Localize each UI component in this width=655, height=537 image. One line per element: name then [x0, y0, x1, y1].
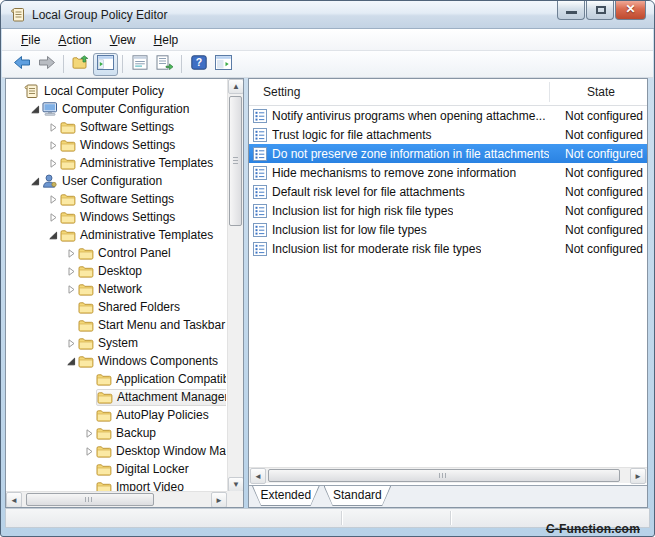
expander-collapsed-icon[interactable] — [47, 141, 60, 150]
tree-vscroll-thumb[interactable] — [229, 96, 242, 226]
titlebar[interactable]: Local Group Policy Editor ✕ — [1, 1, 654, 29]
list-row-hide-mechanisms-to-remove-zone-informati[interactable]: Hide mechanisms to remove zone informati… — [249, 163, 647, 182]
tree-item-software-settings[interactable]: Software Settings — [7, 190, 226, 208]
expander-expanded-icon[interactable] — [47, 231, 60, 240]
expander-expanded-icon[interactable] — [65, 357, 78, 366]
expander-collapsed-icon[interactable] — [65, 339, 78, 348]
show-console-tree-button[interactable] — [93, 53, 118, 76]
expander-collapsed-icon[interactable] — [47, 195, 60, 204]
tree-item-label: Administrative Templates — [79, 156, 213, 170]
maximize-icon — [596, 6, 606, 14]
thumb-grip — [233, 157, 238, 165]
close-button[interactable]: ✕ — [615, 1, 646, 20]
expander-collapsed-icon[interactable] — [65, 249, 78, 258]
tree-item-label: Shared Folders — [97, 300, 180, 314]
scroll-up-icon[interactable]: ▲ — [228, 79, 244, 94]
tree-item-windows-settings[interactable]: Windows Settings — [7, 136, 226, 154]
tree-item-attachment-manager[interactable]: Attachment Manager — [7, 388, 226, 406]
minimize-button[interactable] — [557, 1, 585, 20]
tree-item-backup[interactable]: Backup — [7, 424, 226, 442]
tree-item-desktop[interactable]: Desktop — [7, 262, 226, 280]
list-hscroll-thumb[interactable] — [268, 469, 620, 482]
tree-item-shared-folders[interactable]: Shared Folders — [7, 298, 226, 316]
action-pane-button[interactable] — [211, 53, 236, 76]
expander-expanded-icon[interactable] — [29, 105, 42, 114]
tree-item-local-computer-policy[interactable]: Local Computer Policy — [7, 82, 226, 100]
scroll-right-icon[interactable]: ► — [630, 468, 646, 484]
help-button[interactable]: ? — [186, 53, 211, 76]
list-row-notify-antivirus-programs-when-opening-a[interactable]: Notify antivirus programs when opening a… — [249, 106, 647, 125]
tree-item-network[interactable]: Network — [7, 280, 226, 298]
expander-collapsed-icon[interactable] — [65, 267, 78, 276]
export-list-icon — [156, 55, 174, 74]
folder-icon — [78, 301, 97, 314]
properties-button[interactable] — [127, 53, 152, 76]
back-button[interactable] — [9, 53, 34, 76]
tree-item-system[interactable]: System — [7, 334, 226, 352]
column-header-setting[interactable]: Setting — [263, 79, 300, 105]
menu-help[interactable]: Help — [145, 30, 188, 50]
tab-standard[interactable]: Standard — [324, 486, 392, 506]
expander-collapsed-icon[interactable] — [47, 213, 60, 222]
expander-collapsed-icon[interactable] — [65, 285, 78, 294]
view-tabs-strip: ExtendedStandard — [249, 485, 647, 507]
tree-item-windows-components[interactable]: Windows Components — [7, 352, 226, 370]
tree-item-import-video[interactable]: Import Video — [7, 478, 226, 491]
tree-item-label: User Configuration — [61, 174, 162, 188]
tree-item-administrative-templates[interactable]: Administrative Templates — [7, 154, 226, 172]
scroll-right-icon[interactable]: ► — [211, 492, 227, 508]
up-one-level-button[interactable] — [68, 53, 93, 76]
policy-icon — [253, 204, 272, 218]
tree-item-digital-locker[interactable]: Digital Locker — [7, 460, 226, 478]
tree-item-application-compatib[interactable]: Application Compatib — [7, 370, 226, 388]
column-header-state[interactable]: State — [555, 79, 647, 105]
expander-expanded-icon[interactable] — [29, 177, 42, 186]
expander-collapsed-icon[interactable] — [83, 447, 96, 456]
expander-collapsed-icon[interactable] — [47, 123, 60, 132]
list-row-default-risk-level-for-file-attachments[interactable]: Default risk level for file attachmentsN… — [249, 182, 647, 201]
menu-view[interactable]: View — [101, 30, 145, 50]
tree-item-software-settings[interactable]: Software Settings — [7, 118, 226, 136]
list-row-inclusion-list-for-moderate-risk-file-ty[interactable]: Inclusion list for moderate risk file ty… — [249, 239, 647, 258]
list-row-inclusion-list-for-high-risk-file-types[interactable]: Inclusion list for high risk file typesN… — [249, 201, 647, 220]
scroll-left-icon[interactable]: ◄ — [6, 492, 22, 508]
maximize-button[interactable] — [586, 1, 614, 20]
list-row-inclusion-list-for-low-file-types[interactable]: Inclusion list for low file typesNot con… — [249, 220, 647, 239]
tree-item-user-configuration[interactable]: User Configuration — [7, 172, 226, 190]
tree-item-autoplay-policies[interactable]: AutoPlay Policies — [7, 406, 226, 424]
scroll-left-icon[interactable]: ◄ — [250, 468, 266, 484]
tree-vertical-scrollbar[interactable]: ▲ ▼ — [227, 79, 243, 492]
expander-collapsed-icon[interactable] — [47, 159, 60, 168]
tree-item-label: Desktop Window Mar — [115, 444, 226, 458]
list-row-trust-logic-for-file-attachments[interactable]: Trust logic for file attachmentsNot conf… — [249, 125, 647, 144]
tree-item-administrative-templates[interactable]: Administrative Templates — [7, 226, 226, 244]
forward-button[interactable] — [34, 53, 59, 76]
folder-icon — [60, 229, 79, 242]
column-divider[interactable] — [549, 82, 550, 102]
tree-item-start-menu-and-taskbar[interactable]: Start Menu and Taskbar — [7, 316, 226, 334]
folder-icon — [96, 463, 115, 476]
list-row-do-not-preserve-zone-information-in-file[interactable]: Do not preserve zone information in file… — [249, 144, 647, 163]
folder-icon — [96, 445, 115, 458]
tree-horizontal-scrollbar[interactable]: ◄ ► — [6, 491, 227, 507]
tree-item-desktop-window-mar[interactable]: Desktop Window Mar — [7, 442, 226, 460]
folder-icon — [60, 157, 79, 170]
list-horizontal-scrollbar[interactable]: ◄ ► — [249, 467, 647, 483]
local-group-policy-editor-window: Local Group Policy Editor ✕ FileActionVi… — [0, 0, 655, 537]
scroll-down-icon[interactable]: ▼ — [228, 477, 244, 492]
menu-action[interactable]: Action — [49, 30, 100, 50]
tab-extended[interactable]: Extended — [252, 486, 320, 506]
tree-item-windows-settings[interactable]: Windows Settings — [7, 208, 226, 226]
watermark-text: C-Function.com — [546, 522, 640, 536]
expander-collapsed-icon[interactable] — [83, 429, 96, 438]
folder-icon — [96, 373, 115, 386]
tree-hscroll-thumb[interactable] — [26, 493, 154, 506]
setting-state: Not configured — [565, 128, 643, 142]
tree-item-control-panel[interactable]: Control Panel — [7, 244, 226, 262]
tree-item-computer-configuration[interactable]: Computer Configuration — [7, 100, 226, 118]
tree-item-label: Administrative Templates — [79, 228, 213, 242]
tree-item-label: Desktop — [97, 264, 142, 278]
setting-name: Hide mechanisms to remove zone informati… — [272, 166, 516, 180]
export-list-button[interactable] — [152, 53, 177, 76]
menu-file[interactable]: File — [12, 30, 49, 50]
